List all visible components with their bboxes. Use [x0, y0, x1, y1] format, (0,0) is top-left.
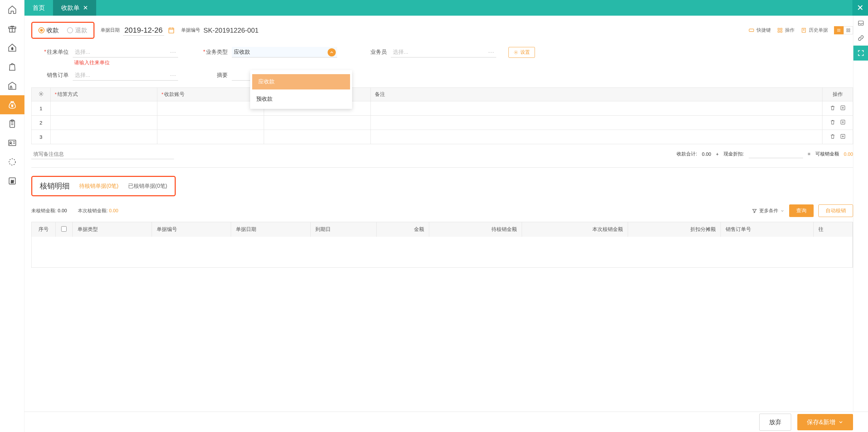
sidebar-id-card-icon[interactable]: [0, 133, 24, 152]
doc-no-label: 单据编号: [181, 27, 200, 33]
vcol-amount: 金额: [377, 222, 429, 237]
radio-refund-label: 退款: [75, 26, 87, 34]
cell-settle[interactable]: [51, 116, 157, 130]
cell-account[interactable]: [157, 116, 264, 130]
sidebar-home-icon[interactable]: [0, 0, 24, 19]
svg-rect-14: [778, 28, 780, 30]
more-conditions[interactable]: 更多条件: [752, 208, 784, 214]
view-grid-icon[interactable]: [844, 26, 853, 34]
delete-icon[interactable]: [830, 105, 836, 111]
tab-home[interactable]: 首页: [24, 0, 53, 16]
col-remark: 备注: [370, 88, 822, 101]
sidebar-new-icon[interactable]: 新: [0, 171, 24, 190]
settings-button[interactable]: 设置: [508, 47, 535, 58]
add-row-icon[interactable]: [840, 105, 846, 111]
main-area: 收款 退款 单据日期 2019-12-26 单据编号 SK-20191226-0…: [24, 16, 868, 412]
search-button[interactable]: 查询: [789, 204, 814, 217]
vcol-seq: 序号: [32, 222, 55, 237]
vcol-due: 到期日: [310, 222, 376, 237]
add-row-icon[interactable]: [840, 133, 846, 139]
svg-rect-16: [778, 31, 780, 33]
row-num: 1: [32, 101, 51, 116]
tab-receipt-label: 收款单: [61, 4, 80, 12]
add-row-icon[interactable]: [840, 119, 846, 125]
row-num: 3: [32, 130, 51, 144]
notes-input[interactable]: [31, 149, 174, 159]
operate-button[interactable]: 操作: [777, 27, 795, 33]
svg-rect-15: [781, 28, 782, 30]
order-label: 销售订单: [31, 72, 69, 79]
more-icon[interactable]: ⋯: [488, 48, 495, 56]
sidebar-money-bag-icon[interactable]: ¥: [0, 95, 24, 114]
save-new-label: 保存&新增: [807, 418, 835, 426]
sidebar-clipboard-icon[interactable]: [0, 114, 24, 133]
doc-date-value[interactable]: 2019-12-26: [123, 25, 164, 36]
svg-rect-13: [749, 29, 754, 32]
tab-receipt[interactable]: 收款单 ✕: [53, 0, 96, 16]
order-input[interactable]: [73, 70, 178, 81]
vcol-check: [55, 222, 72, 237]
cell-remark[interactable]: [370, 116, 822, 130]
radio-receipt-label: 收款: [47, 26, 59, 34]
verification-table: 序号 单据类型 单据编号 单据日期 到期日 金额 待核销金额 本次核销金额 折扣…: [32, 222, 853, 267]
cell-op: [822, 101, 853, 116]
delete-icon[interactable]: [830, 119, 836, 125]
receipt-type-radio-group: 收款 退款: [31, 22, 94, 39]
svg-rect-17: [781, 31, 782, 33]
cell-op: [822, 116, 853, 130]
biztype-input[interactable]: [232, 47, 337, 57]
total-label: 收款合计:: [677, 151, 697, 157]
unverified-label: 未核销金额:: [31, 208, 56, 213]
dropdown-item-receivable[interactable]: 应收款: [252, 74, 350, 89]
sidebar-refresh-icon[interactable]: [0, 152, 24, 171]
svg-rect-21: [847, 31, 848, 32]
history-label: 历史单据: [809, 27, 828, 33]
sidebar-warehouse-icon[interactable]: [0, 76, 24, 95]
footer-bar: 放弃 保存&新增: [24, 412, 868, 432]
cell-amount[interactable]: [264, 130, 370, 144]
ver-tab-done[interactable]: 已核销单据(0笔): [128, 183, 168, 190]
delete-icon[interactable]: [830, 133, 836, 139]
discount-input[interactable]: [749, 150, 803, 158]
radio-receipt[interactable]: 收款: [38, 26, 59, 34]
dropdown-item-prepaid[interactable]: 预收款: [250, 92, 352, 107]
radio-dot-icon: [38, 27, 45, 33]
operate-label: 操作: [785, 27, 795, 33]
more-icon[interactable]: ⋯: [170, 71, 177, 79]
svg-text:¥: ¥: [11, 104, 13, 107]
cell-amount[interactable]: [264, 116, 370, 130]
sidebar-gift-icon[interactable]: [0, 19, 24, 38]
svg-point-23: [515, 52, 517, 53]
select-all-checkbox[interactable]: [61, 226, 67, 232]
sales-input[interactable]: [391, 47, 496, 57]
cell-settle[interactable]: [51, 130, 157, 144]
payment-table: *结算方式 *收款账号 *收款金额 备注 操作 123: [31, 87, 853, 144]
thistime-label: 本次核销金额:: [78, 208, 108, 213]
cell-remark[interactable]: [370, 130, 822, 144]
save-new-button[interactable]: 保存&新增: [797, 414, 853, 430]
left-sidebar: $ ¥ 新: [0, 0, 24, 432]
radio-refund[interactable]: 退款: [67, 26, 87, 34]
more-icon[interactable]: ⋯: [170, 48, 177, 56]
col-gear[interactable]: [32, 88, 51, 101]
sidebar-bag-icon[interactable]: [0, 57, 24, 76]
top-close-icon[interactable]: ✕: [852, 0, 868, 16]
shortcut-button[interactable]: 快捷键: [748, 27, 771, 33]
partner-input[interactable]: [73, 47, 178, 57]
sidebar-price-house-icon[interactable]: $: [0, 38, 24, 57]
cell-account[interactable]: [157, 130, 264, 144]
tab-close-icon[interactable]: ✕: [83, 4, 88, 12]
auto-verify-button[interactable]: 自动核销: [818, 204, 853, 217]
cell-remark[interactable]: [370, 101, 822, 116]
vcol-pending: 待核销金额: [429, 222, 522, 237]
svg-point-7: [10, 142, 12, 144]
discard-button[interactable]: 放弃: [759, 414, 791, 431]
svg-rect-22: [849, 31, 850, 32]
cell-account[interactable]: [157, 101, 264, 116]
calendar-icon[interactable]: [168, 27, 175, 34]
ver-tab-pending[interactable]: 待核销单据(0笔): [79, 183, 119, 190]
history-button[interactable]: 历史单据: [801, 27, 828, 33]
chevron-up-icon[interactable]: [328, 48, 336, 56]
cell-settle[interactable]: [51, 101, 157, 116]
view-list-icon[interactable]: [834, 26, 844, 34]
